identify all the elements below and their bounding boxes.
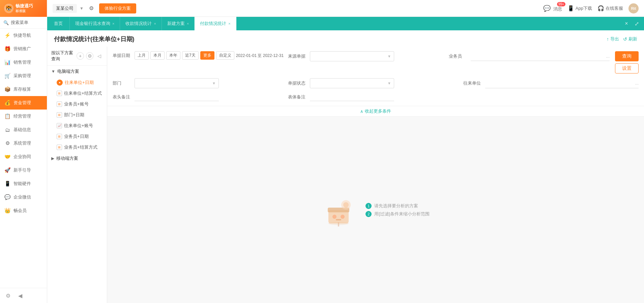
date-btn-last-month[interactable]: 上月 bbox=[135, 51, 149, 60]
hint-num-1: 1 bbox=[365, 203, 372, 209]
message-badge: 99+ bbox=[557, 2, 565, 6]
tab-label: 现金银行流水查询 bbox=[75, 21, 110, 27]
sidebar-item-label: 采购管理 bbox=[13, 73, 31, 79]
sidebar-item-system[interactable]: ⚙ 系统管理 bbox=[0, 137, 47, 150]
salesman-input[interactable] bbox=[471, 51, 606, 61]
refresh-btn[interactable]: ↺ 刷新 bbox=[623, 36, 637, 42]
user-avatar[interactable]: Rit bbox=[628, 3, 639, 13]
unit-dots[interactable]: ... bbox=[635, 81, 639, 86]
scheme-item-salesman-settle[interactable]: ⊞ 业务员+结算方式 bbox=[47, 142, 107, 153]
chevron-right-icon: ▶ bbox=[51, 156, 54, 161]
scheme-item-dept-date[interactable]: ⊞ 部门+日期 bbox=[47, 110, 107, 120]
window-maximize-btn[interactable]: ⤢ bbox=[632, 19, 641, 28]
scheme-item-unit-account[interactable]: 📈 往来单位+账号 bbox=[47, 120, 107, 131]
company-selector[interactable]: 某某公司 bbox=[53, 4, 77, 13]
collapse-sidebar-icon[interactable]: ◀ bbox=[16, 292, 24, 300]
date-btn-more[interactable]: 更多 bbox=[200, 51, 214, 60]
tab-bank-flow[interactable]: 现金银行流水查询 × bbox=[70, 17, 120, 30]
note-header-input[interactable] bbox=[135, 93, 219, 101]
header-gear-icon[interactable]: ⚙ bbox=[86, 3, 96, 13]
collapse-filter-btn[interactable]: ∧ 收起更多条件 bbox=[107, 106, 644, 116]
settings-scheme-btn[interactable]: ⚙ bbox=[86, 52, 93, 60]
business-icon: 📋 bbox=[4, 113, 11, 120]
scheme-item-salesman-date[interactable]: ⊞ 业务员+日期 bbox=[47, 131, 107, 142]
page-content: 付款情况统计(往来单位+日期) ↑ 导出 ↺ 刷新 按以下方案查询 bbox=[47, 30, 644, 303]
dept-select[interactable]: ▼ bbox=[135, 78, 219, 88]
app-download-btn[interactable]: 📱 App下载 bbox=[567, 5, 592, 11]
scheme-item-unit-date[interactable]: ● 往来单位+日期 bbox=[47, 77, 107, 88]
sidebar-item-label: 经营管理 bbox=[13, 113, 31, 119]
message-btn[interactable]: 💬 99+ 消息 bbox=[543, 5, 562, 12]
tab-payment-stats[interactable]: 付款情况统计 × bbox=[195, 17, 236, 30]
sidebar-item-purchase[interactable]: 🛒 采购管理 bbox=[0, 69, 47, 83]
tab-home[interactable]: 首页 bbox=[47, 17, 70, 30]
empty-content: 1 请先选择要分析的方案 2 用[过滤]条件来缩小分析范围 bbox=[322, 195, 429, 225]
date-field: 单据日期 上月 本月 本年 近7天 更多 自定义 2022-01-01 至 20… bbox=[113, 51, 288, 60]
tab-close-icon[interactable]: × bbox=[187, 22, 189, 26]
tab-close-icon[interactable]: × bbox=[228, 22, 230, 26]
sidebar: 🐯 畅捷通巧 标准版 🔍 搜索菜单 ⚡ 快捷导航 🎁 营销推广 📊 销售管理 🛒… bbox=[0, 0, 47, 303]
date-btn-this-year[interactable]: 本年 bbox=[166, 51, 180, 60]
collapse-label: 收起更多条件 bbox=[365, 108, 391, 114]
tab-close-icon[interactable]: × bbox=[154, 22, 156, 26]
add-scheme-btn[interactable]: + bbox=[77, 52, 84, 60]
tab-new-scheme[interactable]: 新建方案 × bbox=[162, 17, 195, 30]
sidebar-item-guide[interactable]: 🚀 新手引导 bbox=[0, 163, 47, 177]
scheme-item-unit-settle[interactable]: ⊞ 往来单位+结算方式 bbox=[47, 88, 107, 99]
scheme-desktop-header[interactable]: ▼ 电脑端方案 bbox=[47, 66, 107, 77]
service-btn[interactable]: 🎧 在线客服 bbox=[597, 5, 623, 11]
status-select[interactable]: ▼ bbox=[310, 78, 394, 88]
sidebar-item-enterprise[interactable]: 🤝 企业协同 bbox=[0, 150, 47, 163]
setting-btn[interactable]: 设置 bbox=[615, 63, 639, 73]
sidebar-item-quick-nav[interactable]: ⚡ 快捷导航 bbox=[0, 29, 47, 42]
date-btn-custom[interactable]: 自定义 bbox=[216, 51, 234, 60]
source-label: 来源单据 bbox=[288, 53, 310, 59]
header-left: 某某公司 ▼ ⚙ 体验行业方案 bbox=[53, 3, 539, 13]
salesman-dots[interactable]: ... bbox=[606, 54, 610, 59]
date-btn-this-month[interactable]: 本月 bbox=[150, 51, 165, 60]
basic-icon: 🗂 bbox=[4, 126, 11, 133]
sidebar-item-label: 新手引导 bbox=[13, 167, 31, 173]
export-btn[interactable]: ↑ 导出 bbox=[607, 36, 619, 42]
settings-bottom-icon[interactable]: ⚙ bbox=[4, 292, 12, 300]
sidebar-item-hardware[interactable]: 📱 智能硬件 bbox=[0, 177, 47, 190]
sidebar-item-business[interactable]: 📋 经营管理 bbox=[0, 110, 47, 123]
scheme-item-salesman-account[interactable]: ⊞ 业务员+账号 bbox=[47, 99, 107, 110]
export-label: 导出 bbox=[610, 36, 619, 42]
enterprise-icon: 🤝 bbox=[4, 153, 11, 160]
service-icon: 🎧 bbox=[597, 5, 604, 11]
unit-label: 往来单位 bbox=[463, 80, 485, 86]
sidebar-item-label: 资金管理 bbox=[13, 100, 31, 106]
source-select[interactable]: ▼ bbox=[310, 51, 394, 61]
content-wrapper: 按以下方案查询 + ⚙ ◁ ▼ 电脑端方案 ● 往来单位+日期 bbox=[47, 47, 644, 303]
scheme-mobile-header[interactable]: ▶ 移动端方案 bbox=[47, 153, 107, 164]
dept-label: 部门 bbox=[113, 80, 135, 86]
sidebar-item-label: 畅会员 bbox=[13, 208, 27, 214]
page-actions: ↑ 导出 ↺ 刷新 bbox=[607, 36, 637, 42]
note-body-input[interactable] bbox=[310, 93, 394, 101]
collapse-scheme-btn[interactable]: ◁ bbox=[95, 52, 103, 60]
tab-receipt-stats[interactable]: 收款情况统计 × bbox=[120, 17, 162, 30]
tab-close-icon[interactable]: × bbox=[112, 22, 114, 26]
sidebar-item-label: 库存核算 bbox=[13, 86, 31, 92]
sidebar-item-sales[interactable]: 📊 销售管理 bbox=[0, 56, 47, 69]
sidebar-item-basic[interactable]: 🗂 基础信息 bbox=[0, 123, 47, 137]
date-label: 单据日期 bbox=[113, 53, 135, 59]
trial-btn[interactable]: 体验行业方案 bbox=[99, 3, 136, 13]
hint-num-2: 2 bbox=[365, 211, 372, 217]
scheme-chart-icon: 📈 bbox=[57, 123, 62, 128]
right-panel: 单据日期 上月 本月 本年 近7天 更多 自定义 2022-01-01 至 20… bbox=[107, 47, 644, 303]
search-menu-btn[interactable]: 🔍 搜索菜单 bbox=[0, 17, 47, 29]
query-btn[interactable]: 查询 bbox=[615, 51, 639, 61]
mobile-group-label: 移动端方案 bbox=[56, 155, 78, 161]
unit-input[interactable] bbox=[485, 79, 635, 88]
sidebar-item-fund[interactable]: 💰 资金管理 bbox=[0, 96, 47, 110]
sidebar-item-member[interactable]: 👑 畅会员 bbox=[0, 204, 47, 217]
page-header: 付款情况统计(往来单位+日期) ↑ 导出 ↺ 刷新 bbox=[47, 30, 644, 47]
window-close-btn[interactable]: × bbox=[622, 19, 631, 28]
sidebar-item-marketing[interactable]: 🎁 营销推广 bbox=[0, 42, 47, 56]
date-btn-7days[interactable]: 近7天 bbox=[182, 51, 199, 60]
sidebar-item-inventory[interactable]: 📦 库存核算 bbox=[0, 83, 47, 96]
sidebar-item-wechat[interactable]: 💬 企业微信 bbox=[0, 190, 47, 204]
filter-row-3: 表头备注 表体备注 bbox=[113, 93, 639, 101]
